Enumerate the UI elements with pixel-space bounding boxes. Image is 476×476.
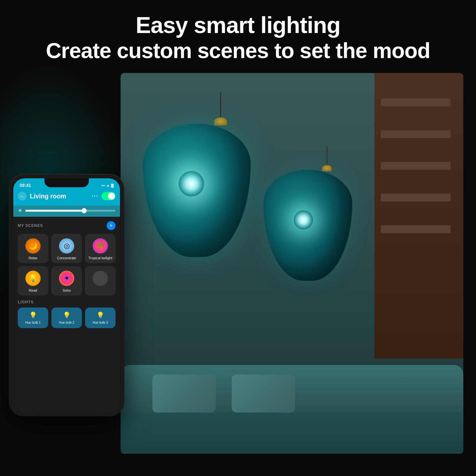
battery-icon: ▓ xyxy=(111,183,114,187)
lamp-cord-2 xyxy=(327,146,327,165)
phone-notch xyxy=(44,178,89,187)
toggle-knob xyxy=(108,193,115,200)
status-icons: ▪▪▪ ▲ ▓ xyxy=(101,183,114,187)
lamp-cap-2 xyxy=(322,165,332,171)
scenes-section-title: MY SCENES xyxy=(18,223,43,228)
back-button[interactable]: ← xyxy=(18,192,27,201)
brightness-row: ☀ xyxy=(13,206,120,217)
lamp-cap-1 xyxy=(214,117,227,125)
relax-label: Relax xyxy=(29,256,37,260)
relax-icon: 🌙 xyxy=(25,238,41,254)
lights-row: 💡 Hue bulb 1 💡 Hue bulb 2 💡 Hue bulb 3 xyxy=(18,307,116,328)
brightness-slider[interactable] xyxy=(25,210,116,212)
scene-extra[interactable] xyxy=(85,266,116,295)
scene-concentrate[interactable]: ◎ Concentrate xyxy=(51,234,82,263)
bookshelf xyxy=(374,73,463,359)
slider-fill xyxy=(25,210,84,212)
couch-back xyxy=(121,365,463,413)
slider-thumb xyxy=(82,208,87,213)
scene-relax[interactable]: 🌙 Relax xyxy=(18,234,48,263)
room-title: Living room xyxy=(30,193,89,200)
extra-icon xyxy=(93,271,108,286)
couch xyxy=(121,365,463,454)
scene-read[interactable]: 💡 Read xyxy=(18,266,48,295)
lights-title: LIGHTS xyxy=(18,300,116,304)
pendant-lamp-1 xyxy=(190,92,251,257)
pillow-2 xyxy=(232,374,295,413)
pendant-lamp-2 xyxy=(301,146,352,281)
lamp-bulb-glow-2 xyxy=(294,210,313,229)
tropical-icon: 🌴 xyxy=(93,238,108,254)
status-time: 09:41 xyxy=(20,183,31,188)
read-icon: 💡 xyxy=(25,271,41,286)
bulb-1-icon: 💡 xyxy=(29,311,37,319)
page-header: Easy smart lighting Create custom scenes… xyxy=(0,13,476,64)
soho-label: Soho xyxy=(63,288,71,292)
pillow-1 xyxy=(152,374,216,413)
soho-icon: ✦ xyxy=(59,271,74,286)
room-toggle[interactable] xyxy=(102,192,116,200)
phone-device: 09:41 ▪▪▪ ▲ ▓ ← Living room ··· ☀ xyxy=(10,175,124,416)
hue-bulb-2[interactable]: 💡 Hue bulb 2 xyxy=(51,307,82,328)
bulb-3-label: Hue bulb 3 xyxy=(93,321,108,324)
app-header: ← Living room ··· xyxy=(13,190,120,206)
hue-bulb-3[interactable]: 💡 Hue bulb 3 xyxy=(85,307,116,328)
phone-screen: 09:41 ▪▪▪ ▲ ▓ ← Living room ··· ☀ xyxy=(13,178,120,412)
bulb-2-label: Hue bulb 2 xyxy=(59,321,74,324)
concentrate-label: Concentrate xyxy=(57,256,76,260)
app-content: MY SCENES + 🌙 Relax ◎ Conce xyxy=(13,217,120,333)
scene-soho[interactable]: ✦ Soho xyxy=(51,266,82,295)
scene-tropical-twilight[interactable]: 🌴 Tropical twilight xyxy=(85,234,116,263)
header-title-line2: Create custom scenes to set the mood xyxy=(0,38,476,64)
add-scene-button[interactable]: + xyxy=(107,221,116,230)
phone-wrapper: 09:41 ▪▪▪ ▲ ▓ ← Living room ··· ☀ xyxy=(10,175,124,416)
concentrate-icon: ◎ xyxy=(59,238,74,254)
scenes-grid: 🌙 Relax ◎ Concentrate 🌴 Tropical twiligh… xyxy=(18,234,116,295)
read-label: Read xyxy=(29,288,37,292)
room-photo xyxy=(121,73,463,454)
signal-icon: ▪▪▪ xyxy=(101,183,105,187)
hue-bulb-1[interactable]: 💡 Hue bulb 1 xyxy=(18,307,48,328)
bulb-2-icon: 💡 xyxy=(63,311,71,319)
brightness-icon: ☀ xyxy=(18,208,22,214)
bulb-1-label: Hue bulb 1 xyxy=(25,321,41,324)
tropical-twilight-label: Tropical twilight xyxy=(88,256,112,260)
bulb-3-icon: 💡 xyxy=(96,311,104,319)
lamp-bulb-glow-1 xyxy=(179,171,204,196)
lights-section: LIGHTS 💡 Hue bulb 1 💡 Hue bulb 2 💡 Hu xyxy=(18,300,116,328)
header-title-line1: Easy smart lighting xyxy=(0,13,476,38)
wifi-icon: ▲ xyxy=(106,183,110,187)
lamp-cord-1 xyxy=(220,92,221,117)
more-button[interactable]: ··· xyxy=(92,193,98,200)
scenes-section-header: MY SCENES + xyxy=(18,221,116,230)
